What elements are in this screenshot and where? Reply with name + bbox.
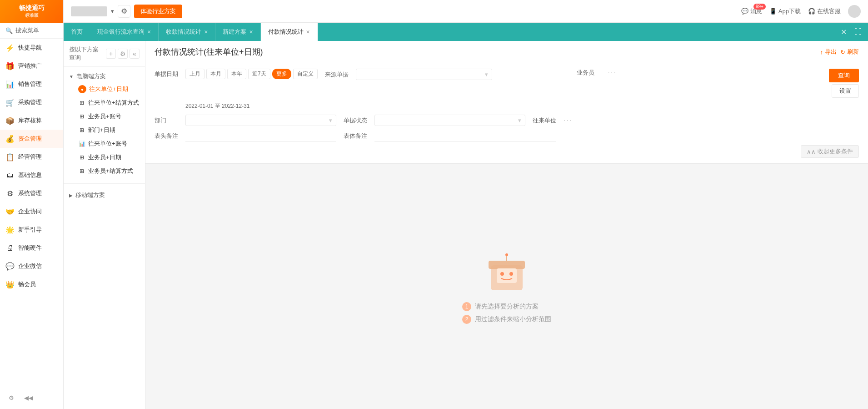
header-dropdown[interactable]: ▾ xyxy=(111,8,114,15)
source-doc-select[interactable]: ▾ xyxy=(356,69,492,80)
sidebar-collapse-btn[interactable]: ◀◀ xyxy=(22,391,35,404)
filter-area: 单据日期 上月 本月 本年 近7天 更多 自定义 来源单据 xyxy=(145,63,868,164)
scheme-mobile-label: 移动端方案 xyxy=(75,191,105,199)
sidebar-settings-btn[interactable]: ⚙ xyxy=(5,391,18,404)
svg-rect-2 xyxy=(497,268,517,283)
header-left: ▾ ⚙ 体验行业方案 xyxy=(71,5,736,18)
last-7days-btn[interactable]: 近7天 xyxy=(248,69,270,79)
scheme-item-unit-account[interactable]: 📊 往来单位+账号 xyxy=(64,137,145,151)
staff-label: 业务员 xyxy=(577,69,604,77)
tip-text-2: 用过滤条件来缩小分析范围 xyxy=(475,315,551,323)
tab-home[interactable]: 首页 xyxy=(64,23,90,41)
sidebar-item-wechat[interactable]: 💬 企业微信 xyxy=(0,257,63,275)
tip-num-1: 1 xyxy=(462,302,471,311)
messages-btn[interactable]: 💬 消息 99+ xyxy=(741,7,762,15)
corp-icon: 🤝 xyxy=(5,207,15,216)
sidebar-item-finance[interactable]: 💰 资金管理 xyxy=(0,130,63,148)
custom-btn[interactable]: 自定义 xyxy=(293,69,318,79)
scheme-item-staff-settle[interactable]: ⊞ 业务员+结算方式 xyxy=(64,164,145,178)
scheme-item-staff-date[interactable]: ⊞ 业务员+日期 xyxy=(64,151,145,164)
filter-actions-row: ∧∧ 收起更多条件 xyxy=(155,145,859,158)
sidebar-item-operation[interactable]: 📋 经营管理 xyxy=(0,148,63,166)
page-header: 付款情况统计(往来单位+日期) ↑ 导出 ↻ 刷新 xyxy=(145,41,868,63)
sidebar-item-inventory[interactable]: 📦 库存核算 xyxy=(0,111,63,130)
scheme-item-unit-settle[interactable]: ⊞ 往来单位+结算方式 xyxy=(64,96,145,110)
tab-payment-close[interactable]: × xyxy=(306,28,310,35)
this-month-btn[interactable]: 本月 xyxy=(206,69,225,79)
sidebar-item-member[interactable]: 👑 畅会员 xyxy=(0,275,63,293)
chevron-down-icon: ▾ xyxy=(518,117,521,124)
date-range-display: 2022-01-01 至 2022-12-31 xyxy=(185,103,249,109)
filter-settings-btn[interactable]: 设置 xyxy=(832,84,859,98)
doc-status-select[interactable]: ▾ xyxy=(374,115,525,126)
scheme-mobile-title[interactable]: ▶ 移动端方案 xyxy=(64,189,145,201)
last-month-btn[interactable]: 上月 xyxy=(185,69,205,79)
sidebar-item-marketing[interactable]: 🎁 营销推广 xyxy=(0,57,63,75)
sidebar-item-basic[interactable]: 🗂 基础信息 xyxy=(0,166,63,184)
table-head-note-input[interactable] xyxy=(185,131,336,141)
export-icon: ↑ xyxy=(820,49,823,56)
trial-btn[interactable]: 体验行业方案 xyxy=(134,5,182,18)
sidebar-item-label: 智能硬件 xyxy=(18,244,42,252)
sidebar-search[interactable]: 🔍 搜索菜单 xyxy=(0,23,63,39)
tab-new-close[interactable]: × xyxy=(249,28,253,35)
system-icon: ⚙ xyxy=(5,189,15,198)
sidebar-item-label: 新手引导 xyxy=(18,226,42,234)
scheme-collapse-btn[interactable]: « xyxy=(130,49,140,59)
scheme-add-btn[interactable]: + xyxy=(106,49,116,59)
grid-icon: ⊞ xyxy=(78,99,85,106)
online-service-btn[interactable]: 🎧 在线客服 xyxy=(808,7,841,15)
scheme-desktop-label: 电脑端方案 xyxy=(76,72,106,81)
grid-icon: ⊞ xyxy=(78,126,85,134)
scheme-item-staff-account[interactable]: ⊞ 业务员+账号 xyxy=(64,110,145,123)
tab-bank[interactable]: 现金银行流水查询 × xyxy=(90,23,159,41)
sidebar-item-shortcut[interactable]: ⚡ 快捷导航 xyxy=(0,39,63,57)
scheme-sidebar-actions: + ⚙ « xyxy=(106,49,140,59)
grid-icon: ⊞ xyxy=(78,167,85,175)
tab-new[interactable]: 新建方案 × xyxy=(215,23,260,41)
chevron-down-icon: ▾ xyxy=(111,8,114,15)
query-btn[interactable]: 查询 xyxy=(829,69,859,82)
sidebar-item-purchase[interactable]: 🛒 采购管理 xyxy=(0,93,63,111)
scheme-desktop-title[interactable]: ▼ 电脑端方案 xyxy=(64,71,145,82)
page-actions: ↑ 导出 ↻ 刷新 xyxy=(820,48,859,56)
tab-payment[interactable]: 付款情况统计 × xyxy=(261,23,318,41)
more-btn[interactable]: 更多 xyxy=(272,69,291,79)
tab-bank-close[interactable]: × xyxy=(147,28,151,35)
company-selector[interactable] xyxy=(71,6,107,16)
sidebar-item-guide[interactable]: 🌟 新手引导 xyxy=(0,221,63,239)
tab-expand-btn[interactable]: ⛶ xyxy=(852,25,864,38)
user-avatar[interactable] xyxy=(848,5,861,18)
chevron-down-icon: ▾ xyxy=(485,71,488,78)
sidebar-item-label: 销售管理 xyxy=(18,80,42,88)
scheme-item-label: 业务员+账号 xyxy=(88,112,121,121)
table-body-note-input[interactable] xyxy=(374,131,556,141)
empty-icon xyxy=(479,249,534,295)
sidebar-item-sales[interactable]: 📊 销售管理 xyxy=(0,75,63,93)
scheme-item-unit-date[interactable]: ● 往来单位+日期 xyxy=(64,82,145,96)
scheme-item-label: 业务员+日期 xyxy=(88,153,121,162)
refresh-btn[interactable]: ↻ 刷新 xyxy=(840,48,859,56)
staff-select-dots[interactable]: ··· xyxy=(608,69,616,77)
related-unit-dots[interactable]: ··· xyxy=(564,116,572,125)
sidebar-item-system[interactable]: ⚙ 系统管理 xyxy=(0,184,63,202)
scheme-item-label: 部门+日期 xyxy=(88,126,115,134)
collapse-more-btn[interactable]: ∧∧ 收起更多条件 xyxy=(801,145,859,158)
scheme-settings-btn[interactable]: ⚙ xyxy=(118,49,128,59)
app-version: 标准版 xyxy=(25,12,39,19)
sidebar-item-hardware[interactable]: 🖨 智能硬件 xyxy=(0,239,63,257)
sidebar-item-label: 基础信息 xyxy=(18,171,42,179)
this-year-btn[interactable]: 本年 xyxy=(227,69,246,79)
sidebar-item-corp[interactable]: 🤝 企业协同 xyxy=(0,202,63,221)
tab-receipts-close[interactable]: × xyxy=(204,28,208,35)
tab-close-all-btn[interactable]: ✕ xyxy=(837,25,850,38)
dept-select[interactable]: ▾ xyxy=(185,115,336,126)
scheme-item-dept-date[interactable]: ⊞ 部门+日期 xyxy=(64,123,145,137)
chevron-down-icon: ▼ xyxy=(69,74,74,79)
export-btn[interactable]: ↑ 导出 xyxy=(820,48,837,56)
tab-receipts[interactable]: 收款情况统计 × xyxy=(159,23,215,41)
guide-icon: 🌟 xyxy=(5,225,15,234)
content-area: 按以下方案查询 + ⚙ « ▼ 电脑端方案 ● 往来单位+日期 ⊞ xyxy=(64,41,868,409)
header-gear-btn[interactable]: ⚙ xyxy=(118,5,130,18)
app-download-btn[interactable]: 📱 App下载 xyxy=(769,7,801,15)
